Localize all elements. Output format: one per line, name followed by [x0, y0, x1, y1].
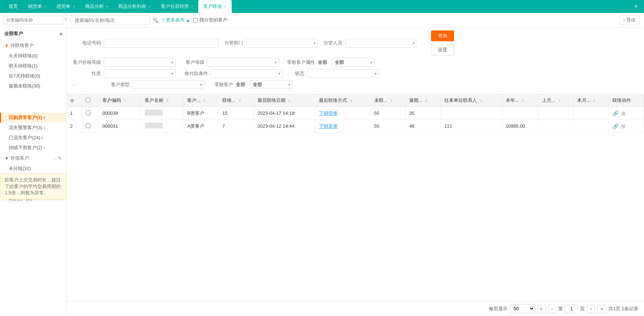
page-input[interactable]	[565, 305, 578, 313]
col-last-method[interactable]: 最后联络方式 ⇅	[315, 94, 370, 107]
edit-icon[interactable]: ○	[53, 156, 56, 161]
nav-item-analysis-list[interactable]: 商品分析列表 ×	[113, 0, 156, 13]
sort-icon-code[interactable]: ⇅	[124, 99, 126, 103]
payment-select[interactable]	[211, 69, 283, 78]
filter-bar: 🔍 ▽ 更多条件 ▲ 我分管的客户 ↑ 导出	[66, 13, 644, 28]
nav-close-analysis[interactable]: ×	[106, 4, 108, 9]
price-grade-select[interactable]	[104, 58, 176, 67]
sort-icon-uncontact[interactable]: ⇅	[390, 99, 393, 103]
sidebar-item-lost[interactable]: 已流失客户(24) ℹ	[0, 133, 66, 143]
sort-icon-contact-count[interactable]: ⇅	[238, 99, 241, 103]
my-customers-checkbox-label[interactable]: 我分管的客户	[193, 17, 227, 23]
col-code[interactable]: 客户编码 ⇅	[99, 94, 141, 107]
sidebar-all-customers[interactable]: 全部客户 ◀	[0, 28, 66, 40]
row1-checkbox-input[interactable]	[86, 110, 91, 115]
last-page-button[interactable]: »	[597, 305, 606, 313]
sort-icon-last-method[interactable]: ⇅	[349, 99, 352, 103]
scatter-attr-select[interactable]: 全部	[332, 58, 375, 67]
sidebar-item-declining[interactable]: 持续下滑客户(2) ℹ	[0, 143, 66, 153]
row2-last-method[interactable]: 下销货单	[315, 120, 370, 133]
cust-grade-select[interactable]	[207, 58, 279, 67]
sort-icon-overdue[interactable]: ⇅	[425, 99, 428, 103]
col-contact2[interactable]: 往来单位联系人 ⇅	[440, 94, 502, 107]
status-select[interactable]	[307, 69, 379, 78]
search-button[interactable]: 🔍	[153, 18, 158, 23]
sort-icon-name[interactable]: ⇅	[166, 99, 169, 103]
col-type[interactable]: 客户... ⇅	[184, 94, 219, 107]
cust-type-select[interactable]	[133, 80, 204, 89]
row1-action-more-button[interactable]: ⊞	[621, 110, 626, 116]
sort-icon-this-month[interactable]: ⇅	[593, 99, 596, 103]
sidebar-search-input[interactable]	[3, 16, 63, 24]
window-close-button[interactable]: ×	[631, 3, 640, 10]
my-customers-checkbox[interactable]	[193, 18, 198, 23]
row4-dots[interactable]: ···	[72, 82, 101, 87]
sidebar-item-today[interactable]: 今天待联络(0)	[0, 51, 66, 61]
table-row: 1 000039 B类客户 15 2023-04-17 14:19: 下销货单 …	[66, 107, 644, 120]
nav-close-customer-layer[interactable]: ×	[191, 4, 193, 9]
row2-action-more-button[interactable]: ⊞	[621, 123, 626, 129]
nav-close-sales[interactable]: ×	[44, 4, 46, 9]
arrow-icon: ▼	[4, 43, 9, 48]
sort-icon-last-date[interactable]: ⇅	[288, 99, 291, 103]
info-icon-declining[interactable]: ℹ	[43, 146, 45, 150]
scatter-cust-select[interactable]: 全部	[250, 80, 293, 89]
info-icon-lost[interactable]: ℹ	[41, 136, 43, 140]
nav-item-analysis[interactable]: 商品分析 ×	[80, 0, 113, 13]
row2-checkbox[interactable]	[82, 120, 99, 133]
col-last-date[interactable]: 最后联络日期 ⇅	[254, 94, 315, 107]
more-filters-button[interactable]: ▽ 更多条件 ▲	[161, 17, 190, 23]
set-button[interactable]: 设置	[431, 44, 454, 56]
nav-item-customer-contact[interactable]: 客户联络 ×	[198, 0, 231, 13]
nav-close-analysis-list[interactable]: ×	[148, 4, 150, 9]
col-this-month[interactable]: 本月... ⇅	[573, 94, 608, 107]
first-page-button[interactable]: «	[537, 305, 546, 313]
nav-item-customer-layer[interactable]: 客户分层经营 ×	[156, 0, 198, 13]
manager-dots[interactable]: ···	[421, 41, 425, 46]
sort-icon-this-year[interactable]: ⇅	[521, 99, 524, 103]
nav-item-purchase[interactable]: 进货单 ×	[51, 0, 80, 13]
search-input[interactable]	[71, 15, 150, 25]
sort-icon-type[interactable]: ⇅	[203, 99, 206, 103]
col-this-year[interactable]: 本年... ⇅	[502, 94, 538, 107]
export-button[interactable]: ↑ 导出	[619, 15, 640, 25]
sidebar-item-abnormal[interactable]: 回购异常客户(2) ℹ	[0, 113, 66, 123]
col-checkbox[interactable]	[82, 94, 99, 107]
row2-checkbox-input[interactable]	[86, 123, 91, 128]
sort-icon-last-month[interactable]: ⇅	[558, 99, 561, 103]
dept-select[interactable]	[246, 39, 318, 48]
row1-action-link-button[interactable]: 🔗	[612, 110, 618, 116]
col-last-month[interactable]: 上月... ⇅	[538, 94, 574, 107]
info-icon-abnormal[interactable]: ℹ	[43, 115, 45, 120]
nav-item-sales[interactable]: 销货单 ×	[23, 0, 51, 13]
select-all-checkbox[interactable]	[86, 98, 91, 102]
col-settings[interactable]: ⚙	[66, 94, 82, 107]
next-page-button[interactable]: ›	[587, 305, 595, 313]
table-settings-button[interactable]: ⚙	[70, 98, 74, 103]
row1-checkbox[interactable]	[82, 107, 99, 120]
col-uncontact[interactable]: 未联... ⇅	[370, 94, 406, 107]
row1-last-method[interactable]: 下销货单	[315, 107, 370, 120]
prev-page-button[interactable]: ‹	[548, 305, 556, 313]
nature-select[interactable]	[104, 69, 176, 78]
col-overdue[interactable]: 逾期... ⇅	[406, 94, 441, 107]
query-button[interactable]: 查询	[431, 30, 454, 41]
sort-icon-contact2[interactable]: ⇅	[479, 99, 482, 103]
sidebar-item-warning[interactable]: 流失预警客户(3) ℹ	[0, 123, 66, 133]
col-contact-count[interactable]: 联络... ⇅	[219, 94, 254, 107]
sidebar-item-overdue[interactable]: 逾期未联络(30)	[0, 81, 66, 91]
info-icon-warning[interactable]: ℹ	[43, 126, 45, 130]
nav-close-purchase[interactable]: ×	[73, 4, 75, 9]
nav-close-customer-contact[interactable]: ×	[224, 4, 226, 9]
per-page-select[interactable]: 50 20 100	[510, 304, 535, 313]
collapse-icon[interactable]: ◀	[59, 32, 62, 36]
manager-select[interactable]	[345, 39, 417, 48]
sidebar-item-ungroup[interactable]: 未分组(32)	[0, 164, 66, 174]
sidebar-item-tomorrow[interactable]: 明天待联络(1)	[0, 61, 66, 71]
settings-icon[interactable]: ✎	[58, 156, 62, 161]
nav-item-home[interactable]: 首页	[4, 0, 23, 13]
col-name[interactable]: 客户名称 ⇅	[141, 94, 184, 107]
sidebar-item-7days[interactable]: 近7天待联络(0)	[0, 71, 66, 81]
row2-action-link-button[interactable]: 🔗	[612, 123, 618, 129]
phone-input[interactable]	[104, 39, 219, 48]
